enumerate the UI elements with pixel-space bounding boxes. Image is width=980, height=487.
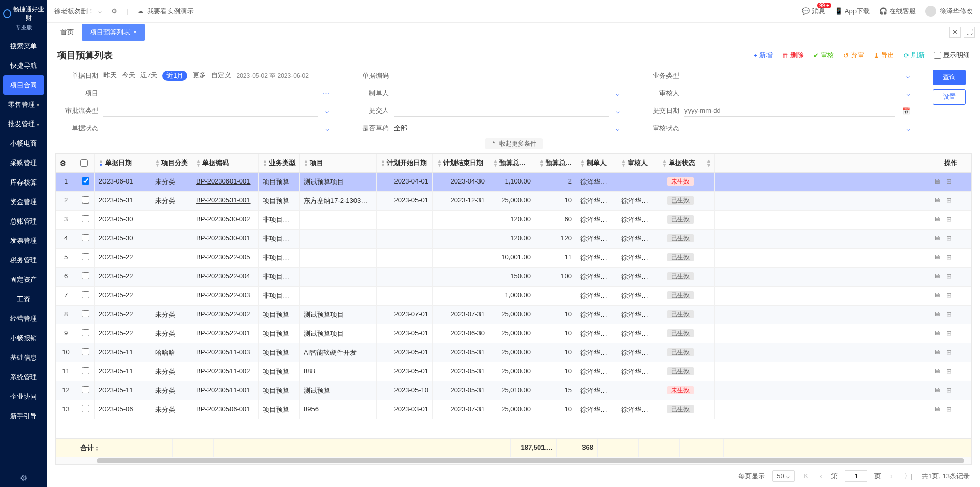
column-settings-icon[interactable]: ⚙ (60, 159, 66, 167)
sidebar-item-4[interactable]: 批发管理▾ (0, 114, 47, 134)
chevron-down-icon[interactable]: ⌵ (904, 125, 912, 132)
gear-icon[interactable]: ⚙ (111, 7, 117, 15)
sidebar-item-11[interactable]: 税务管理 (0, 251, 47, 270)
filter-settings-button[interactable]: 设置 (933, 89, 966, 105)
col-proj[interactable]: ▲▼项目 (300, 154, 377, 172)
date-chip-5[interactable]: 自定义 (211, 71, 231, 81)
audit-button[interactable]: ✔审核 (813, 51, 834, 60)
collapse-filters-button[interactable]: ⌃ 收起更多条件 (485, 138, 543, 149)
grid-icon[interactable]: ⊞ (946, 291, 952, 299)
close-icon[interactable]: × (133, 29, 137, 36)
refresh-button[interactable]: ⟳刷新 (904, 51, 925, 60)
sidebar-item-9[interactable]: 总账管理 (0, 212, 47, 231)
filter-project-input[interactable] (103, 87, 316, 99)
page-input[interactable] (845, 470, 867, 482)
row-checkbox[interactable] (82, 405, 89, 412)
grid-icon[interactable]: ⊞ (946, 386, 952, 394)
sidebar-item-8[interactable]: 资金管理 (0, 192, 47, 212)
add-button[interactable]: +新增 (753, 51, 773, 60)
row-checkbox[interactable] (82, 215, 89, 222)
chevron-down-icon[interactable]: ⌵ (904, 72, 912, 80)
code-link[interactable]: BP-20230530-001 (196, 234, 251, 242)
row-checkbox[interactable] (82, 272, 89, 279)
sidebar-item-5[interactable]: 小畅电商 (0, 134, 47, 153)
table-row[interactable]: 32023-05-30BP-20230530-002非项目预算120.0060徐… (56, 211, 971, 230)
col-stat[interactable]: ▲▼单据状态 (658, 154, 702, 172)
view-icon[interactable]: 🗎 (934, 310, 941, 318)
code-link[interactable]: BP-20230506-001 (196, 405, 251, 413)
code-link[interactable]: BP-20230522-002 (196, 310, 251, 318)
grid-icon[interactable]: ⊞ (946, 329, 952, 337)
col-date[interactable]: ▲▼单据日期 (95, 154, 151, 172)
view-icon[interactable]: 🗎 (934, 177, 941, 185)
filter-code-input[interactable] (394, 70, 622, 82)
row-checkbox[interactable] (82, 367, 89, 374)
filter-docstate-input[interactable] (103, 122, 318, 134)
date-chip-0[interactable]: 昨天 (103, 71, 117, 81)
date-chip-3[interactable]: 近1月 (162, 71, 187, 81)
prev-page-button[interactable]: ‹ (818, 472, 824, 480)
col-biz[interactable]: ▲▼业务类型 (259, 154, 300, 172)
grid-icon[interactable]: ⊞ (946, 405, 952, 413)
code-link[interactable]: BP-20230522-003 (196, 291, 251, 299)
pagesize-select[interactable]: 50 ⌵ (772, 470, 795, 482)
col-code[interactable]: ▲▼单据编码 (192, 154, 259, 172)
support-link[interactable]: 🎧 在线客服 (879, 7, 916, 16)
grid-icon[interactable]: ⊞ (946, 367, 952, 375)
settings-gear-icon[interactable]: ⚙ (20, 474, 27, 482)
sidebar-item-12[interactable]: 固定资产 (0, 270, 47, 290)
sidebar-item-6[interactable]: 采购管理 (0, 153, 47, 173)
col-extra[interactable]: ▲▼ (702, 154, 715, 172)
filter-biztype-input[interactable] (684, 70, 899, 82)
filter-auditer-input[interactable] (684, 87, 899, 99)
filter-draft-input[interactable] (394, 122, 609, 134)
table-row[interactable]: 92023-05-22未分类BP-20230522-001项目预算测试预算项目2… (56, 324, 971, 343)
code-link[interactable]: BP-20230511-002 (196, 367, 251, 375)
view-icon[interactable]: 🗎 (934, 196, 941, 204)
chevron-down-icon[interactable]: ⌵ (614, 125, 622, 132)
abandon-button[interactable]: ↺弃审 (843, 51, 864, 60)
messages-link[interactable]: 💬 消息 99 + (802, 7, 825, 16)
grid-icon[interactable]: ⊞ (946, 234, 952, 242)
select-all-checkbox[interactable] (80, 159, 88, 167)
view-icon[interactable]: 🗎 (934, 367, 941, 375)
table-row[interactable]: 42023-05-30BP-20230530-001非项目预算120.00120… (56, 230, 971, 249)
grid-icon[interactable]: ⊞ (946, 196, 952, 204)
sidebar-item-0[interactable]: 搜索菜单 (0, 36, 47, 56)
view-icon[interactable]: 🗎 (934, 291, 941, 299)
table-row[interactable]: 22023-05-31未分类BP-20230531-001项目预算东方塞纳17-… (56, 192, 971, 211)
date-chip-4[interactable]: 更多 (193, 71, 206, 81)
grid-icon[interactable]: ⊞ (946, 253, 952, 261)
show-detail-checkbox[interactable]: 显示明细 (934, 51, 970, 60)
sidebar-item-7[interactable]: 库存核算 (0, 173, 47, 192)
table-row[interactable]: 62023-05-22BP-20230522-004非项目预算150.00100… (56, 268, 971, 287)
first-page-button[interactable]: K (802, 472, 810, 480)
row-checkbox[interactable] (82, 196, 89, 204)
calendar-icon[interactable]: 📅 (900, 107, 912, 115)
view-icon[interactable]: 🗎 (934, 405, 941, 413)
sidebar-item-13[interactable]: 工资 (0, 290, 47, 309)
row-checkbox[interactable] (82, 234, 89, 241)
view-icon[interactable]: 🗎 (934, 386, 941, 394)
chevron-down-icon[interactable]: ⌵ (904, 90, 912, 97)
sidebar-item-3[interactable]: 零售管理▾ (0, 95, 47, 114)
code-link[interactable]: BP-20230522-005 (196, 253, 251, 261)
table-row[interactable]: 72023-05-22BP-20230522-003非项目预算1,000.00徐… (56, 287, 971, 306)
sidebar-item-17[interactable]: 系统管理 (0, 368, 47, 387)
row-checkbox[interactable] (82, 329, 89, 336)
filter-maker-input[interactable] (394, 87, 609, 99)
grid-icon[interactable]: ⊞ (946, 348, 952, 356)
row-checkbox[interactable] (82, 386, 89, 393)
sidebar-item-2[interactable]: 项目合同 (3, 75, 44, 95)
delete-button[interactable]: 🗑删除 (782, 51, 804, 60)
col-tot1[interactable]: ▲▼预算总... (489, 154, 535, 172)
tab-1[interactable]: 项目预算列表× (82, 24, 145, 41)
table-row[interactable]: 132023-05-06未分类BP-20230506-001项目预算895620… (56, 400, 971, 419)
more-icon[interactable]: ⋯ (321, 90, 331, 97)
col-audit[interactable]: ▲▼审核人 (617, 154, 658, 172)
code-link[interactable]: BP-20230601-001 (196, 177, 251, 185)
tab-0[interactable]: 首页 (52, 24, 82, 41)
org-selector[interactable]: 徐老板勿删！ ⌵ (54, 7, 102, 16)
sidebar-item-15[interactable]: 小畅报销 (0, 329, 47, 348)
code-link[interactable]: BP-20230511-001 (196, 386, 251, 394)
